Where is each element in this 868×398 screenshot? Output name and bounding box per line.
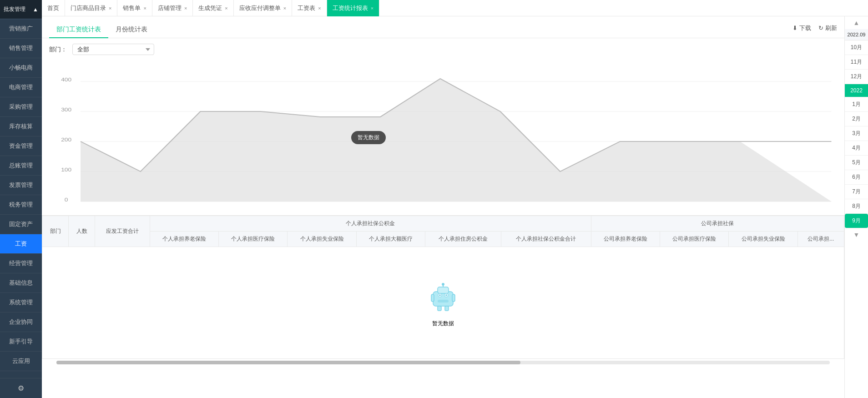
tab-工资统计报表[interactable]: 工资统计报表× xyxy=(327,0,379,16)
year-2022-highlight[interactable]: 2022 xyxy=(845,84,868,97)
tab-应收应付调整单[interactable]: 应收应付调整单× xyxy=(234,0,292,16)
sidebar-title: 批发管理 xyxy=(4,5,25,13)
sidebar-item-系统管理[interactable]: 系统管理 xyxy=(0,293,42,312)
tab-close-销售单[interactable]: × xyxy=(143,5,146,11)
tab-bar: 首页门店商品目录×销售单×店铺管理×生成凭证×应收应付调整单×工资表×工资统计报… xyxy=(42,0,868,16)
data-table: 部门 人数 应发工资合计 个人承担社保公积金 公司承担社保 个人承担养老保险 个… xyxy=(42,216,844,359)
tab-label-门店商品目录: 门店商品目录 xyxy=(71,4,106,12)
sidebar-item-企业协同[interactable]: 企业协同 xyxy=(0,312,42,332)
month-item-oct[interactable]: 10月 xyxy=(845,40,868,55)
tab-销售单[interactable]: 销售单× xyxy=(117,0,152,16)
sidebar-item-发票管理[interactable]: 发票管理 xyxy=(0,176,42,195)
month-item-dec[interactable]: 12月 xyxy=(845,70,868,84)
sub-tabs: 部门工资统计表月份统计表 ⬇ 下载 ↻ 刷新 xyxy=(42,16,844,38)
col-group-company: 公司承担社保 xyxy=(591,216,844,232)
sidebar-item-采购管理[interactable]: 采购管理 xyxy=(0,97,42,117)
svg-rect-12 xyxy=(438,287,449,293)
sidebar-item-新手引导[interactable]: 新手引导 xyxy=(0,332,42,352)
tab-店铺管理[interactable]: 店铺管理× xyxy=(152,0,193,16)
sidebar-item-销售管理[interactable]: 销售管理 xyxy=(0,39,42,58)
sidebar-item-小畅电商[interactable]: 小畅电商 xyxy=(0,58,42,78)
scrollbar-container xyxy=(42,359,844,368)
tab-close-生成凭证[interactable]: × xyxy=(225,5,227,11)
tab-首页[interactable]: 首页 xyxy=(42,0,65,16)
month-item-nov[interactable]: 11月 xyxy=(845,55,868,70)
month-item-aug[interactable]: 8月 xyxy=(845,199,868,214)
empty-robot-icon xyxy=(425,278,461,314)
month-item-mar[interactable]: 3月 xyxy=(845,126,868,141)
sidebar-item-总账管理[interactable]: 总账管理 xyxy=(0,156,42,176)
svg-text:0: 0 xyxy=(65,197,68,202)
sidebar-header[interactable]: 批发管理 ▲ xyxy=(0,0,42,19)
svg-point-17 xyxy=(439,294,441,296)
department-select[interactable]: 全部 销售部 财务部 人事部 技术部 xyxy=(72,44,154,55)
tab-close-工资表[interactable]: × xyxy=(318,5,321,11)
month-item-apr[interactable]: 4月 xyxy=(845,141,868,156)
col-company-unemployment: 公司承担失业保险 xyxy=(729,232,797,247)
tab-label-销售单: 销售单 xyxy=(123,4,141,12)
tab-门店商品目录[interactable]: 门店商品目录× xyxy=(65,0,117,16)
tab-label-应收应付调整单: 应收应付调整单 xyxy=(239,4,281,12)
svg-text:200: 200 xyxy=(61,137,71,142)
gear-icon[interactable]: ⚙ xyxy=(0,378,42,398)
col-personal-total: 个人承担社保公积金合计 xyxy=(501,232,591,247)
sidebar-item-固定资产[interactable]: 固定资产 xyxy=(0,215,42,234)
sidebar-item-资金管理[interactable]: 资金管理 xyxy=(0,136,42,156)
tab-close-门店商品目录[interactable]: × xyxy=(109,5,111,11)
year-2022-label: 2022.09 xyxy=(845,29,868,40)
svg-point-18 xyxy=(445,294,447,296)
refresh-button[interactable]: ↻ 刷新 xyxy=(818,24,837,32)
tab-close-店铺管理[interactable]: × xyxy=(184,5,187,11)
chart-svg: 0 100 200 300 400 xyxy=(49,60,837,206)
tabs-container: 首页门店商品目录×销售单×店铺管理×生成凭证×应收应付调整单×工资表×工资统计报… xyxy=(42,0,379,16)
sidebar-item-库存核算[interactable]: 库存核算 xyxy=(0,117,42,136)
sidebar-item-云应用[interactable]: 云应用 xyxy=(0,352,42,371)
col-personal-unemployment: 个人承担失业保险 xyxy=(288,232,356,247)
col-salary-total: 应发工资合计 xyxy=(95,216,150,247)
sidebar-items: 营销推广销售管理小畅电商电商管理采购管理库存核算资金管理总账管理发票管理税务管理… xyxy=(0,19,42,371)
toolbar-right: ⬇ 下载 ↻ 刷新 xyxy=(792,24,837,36)
empty-row: 暂无数据 xyxy=(42,247,844,359)
month-item-jun[interactable]: 6月 xyxy=(845,170,868,185)
sidebar-item-经营管理[interactable]: 经营管理 xyxy=(0,254,42,273)
month-item-may[interactable]: 5月 xyxy=(845,156,868,170)
month-item-feb[interactable]: 2月 xyxy=(845,112,868,126)
right-month-picker: ▲ 2022.09 10月 11月 12月 2022 1月 2月 3月 4月 5… xyxy=(844,16,868,398)
sidebar-item-电商管理[interactable]: 电商管理 xyxy=(0,78,42,97)
sidebar-item-税务管理[interactable]: 税务管理 xyxy=(0,195,42,215)
download-icon: ⬇ xyxy=(792,25,797,31)
sidebar-item-工资[interactable]: 工资 xyxy=(0,234,42,254)
tab-生成凭证[interactable]: 生成凭证× xyxy=(193,0,233,16)
svg-rect-21 xyxy=(452,294,455,302)
col-personal-medical: 个人承担医疗保险 xyxy=(219,232,288,247)
scrollbar-thumb xyxy=(56,361,520,364)
sidebar-item-基础信息[interactable]: 基础信息 xyxy=(0,273,42,293)
svg-marker-10 xyxy=(81,79,831,202)
col-company-pension: 公司承担养老保险 xyxy=(591,232,660,247)
scrollbar-track[interactable] xyxy=(56,361,830,364)
svg-rect-11 xyxy=(433,292,453,306)
svg-rect-23 xyxy=(445,306,449,311)
sidebar: 批发管理 ▲ 营销推广销售管理小畅电商电商管理采购管理库存核算资金管理总账管理发… xyxy=(0,0,42,398)
col-department: 部门 xyxy=(42,216,69,247)
month-item-sep[interactable]: 9月 xyxy=(845,214,868,228)
month-item-jan[interactable]: 1月 xyxy=(845,97,868,112)
tab-close-工资统计报表[interactable]: × xyxy=(371,5,373,11)
main-area: 首页门店商品目录×销售单×店铺管理×生成凭证×应收应付调整单×工资表×工资统计报… xyxy=(42,0,868,398)
col-personal-pension: 个人承担养老保险 xyxy=(150,232,218,247)
main-panel: 部门工资统计表月份统计表 ⬇ 下载 ↻ 刷新 部门： 全部 销 xyxy=(42,16,844,398)
tab-close-应收应付调整单[interactable]: × xyxy=(283,5,286,11)
nav-up-arrow[interactable]: ▲ xyxy=(845,16,868,29)
col-count: 人数 xyxy=(69,216,95,247)
svg-rect-22 xyxy=(438,306,441,311)
nav-down-arrow[interactable]: ▼ xyxy=(845,228,868,241)
tab-工资表[interactable]: 工资表× xyxy=(292,0,327,16)
download-button[interactable]: ⬇ 下载 xyxy=(792,24,811,32)
sub-tab-部门工资统计表[interactable]: 部门工资统计表 xyxy=(49,22,108,38)
month-item-jul[interactable]: 7月 xyxy=(845,185,868,199)
sub-tab-月份统计表[interactable]: 月份统计表 xyxy=(108,22,155,38)
sidebar-item-营销推广[interactable]: 营销推广 xyxy=(0,19,42,39)
svg-text:100: 100 xyxy=(61,167,71,172)
svg-text:300: 300 xyxy=(61,107,71,112)
svg-point-14 xyxy=(442,283,444,286)
